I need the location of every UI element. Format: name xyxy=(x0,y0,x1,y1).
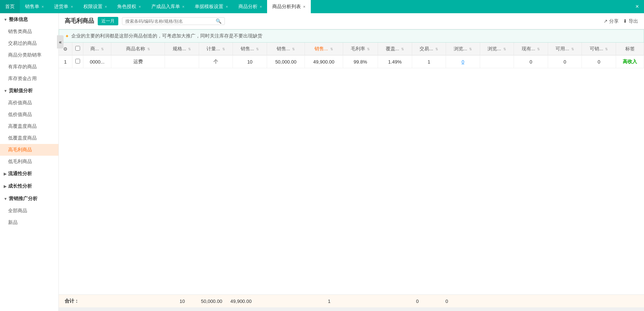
sidebar-item-all-goods[interactable]: 全部商品 xyxy=(0,205,58,217)
col-sales-qty[interactable]: 销售... ⇅ xyxy=(233,43,267,55)
footer-sales-qty: 10 xyxy=(168,299,197,304)
sidebar-group-overall-arrow: ▼ xyxy=(4,18,7,22)
footer-label: 合计： xyxy=(65,298,94,304)
col-spec[interactable]: 规格... ⇅ xyxy=(165,43,199,55)
col-coverage[interactable]: 覆盖... ⇅ xyxy=(378,43,412,55)
cell-checkbox[interactable] xyxy=(72,55,83,68)
nav-close-template[interactable]: × xyxy=(226,4,228,9)
settings-icon[interactable]: ⚙ xyxy=(63,46,68,52)
col-sales-amount[interactable]: 销售... ⇅ xyxy=(267,43,305,55)
footer-sales-amount: 50,000.00 xyxy=(197,299,226,304)
sidebar-group-marketing[interactable]: ▼ 营销推广分析 xyxy=(0,192,58,205)
sidebar-group-marketing-arrow: ▼ xyxy=(4,197,7,201)
nav-item-purchase[interactable]: 进货单 × xyxy=(49,0,78,13)
cell-view1[interactable]: 0 xyxy=(446,55,480,68)
sidebar-item-in-stock-goods[interactable]: 有库存的商品 xyxy=(0,61,58,73)
nav-close-purchase[interactable]: × xyxy=(71,4,73,9)
col-gross-margin[interactable]: 毛利率 ⇅ xyxy=(343,43,378,55)
search-box: 🔍 xyxy=(122,17,225,25)
nav-item-goods-analysis-list[interactable]: 商品分析列表 × xyxy=(267,0,310,13)
nav-item-template[interactable]: 单据模板设置 × xyxy=(190,0,233,13)
nav-close-goods-analysis[interactable]: × xyxy=(260,4,262,9)
sidebar-item-new-goods[interactable]: 新品 xyxy=(0,217,58,228)
share-icon: ↗ xyxy=(604,18,608,24)
sort-coverage-icon: ⇅ xyxy=(401,47,404,51)
table-header-row: ⚙ 商... ⇅ 商品名称 ⇅ xyxy=(59,43,644,55)
sort-view1-icon: ⇅ xyxy=(469,47,472,51)
search-icon[interactable]: 🔍 xyxy=(216,18,222,24)
close-all-tabs[interactable]: × xyxy=(630,0,644,13)
nav-close-sales[interactable]: × xyxy=(42,4,44,9)
sidebar-item-high-coverage[interactable]: 高覆盖度商品 xyxy=(0,120,58,132)
export-button[interactable]: ⬇ 导出 xyxy=(623,18,638,25)
filter-recent-month-button[interactable]: 近一月 xyxy=(98,17,118,25)
nav-item-goods-analysis[interactable]: 商品分析 × xyxy=(233,0,267,13)
col-checkbox[interactable] xyxy=(72,43,83,55)
col-view2[interactable]: 浏览... ⇅ xyxy=(480,43,514,55)
nav-close-roles[interactable]: × xyxy=(138,4,141,9)
sort-unit-icon: ⇅ xyxy=(222,47,225,51)
col-unit[interactable]: 计量... ⇅ xyxy=(199,43,233,55)
sidebar-item-high-value[interactable]: 高价值商品 xyxy=(0,97,58,109)
horizontal-scrollbar[interactable] xyxy=(59,307,644,311)
select-all-checkbox[interactable] xyxy=(75,46,80,51)
cell-spec xyxy=(165,55,199,68)
sidebar-item-low-value[interactable]: 低价值商品 xyxy=(0,109,58,120)
col-available-stock[interactable]: 可用... ⇅ xyxy=(548,43,582,55)
sidebar-item-low-coverage[interactable]: 低覆盖度商品 xyxy=(0,132,58,144)
nav-close-production[interactable]: × xyxy=(182,4,184,9)
table-container: ⚙ 商... ⇅ 商品名称 ⇅ xyxy=(59,43,644,294)
cell-tag: 高收入 xyxy=(616,55,644,68)
nav-close-permissions[interactable]: × xyxy=(105,4,107,9)
top-navigation: 首页 销售单 × 进货单 × 权限设置 × 角色授权 × 产成品入库单 × 单据… xyxy=(0,0,644,13)
cell-current-stock: 0 xyxy=(514,55,548,68)
sidebar-group-contribution-arrow: ▼ xyxy=(4,89,7,93)
col-tag[interactable]: 标签 xyxy=(616,43,644,55)
footer-spacer3 xyxy=(344,299,403,304)
cell-code: 0000... xyxy=(83,55,111,68)
sort-current-stock-icon: ⇅ xyxy=(537,47,540,51)
cell-sales-amount: 50,000.00 xyxy=(267,55,305,68)
sidebar-group-liquidity[interactable]: ▶ 流通性分析 xyxy=(0,167,58,180)
sidebar-collapse-button[interactable]: « xyxy=(57,35,64,48)
table-row: 1 0000... 运费 个 10 50,000.00 49,900.00 99… xyxy=(59,55,644,68)
cell-available-stock: 0 xyxy=(548,55,582,68)
cell-index: 1 xyxy=(59,55,72,68)
col-sales-profit[interactable]: 销售... ⇅ xyxy=(305,43,343,55)
footer-sales-profit: 49,900.00 xyxy=(226,299,256,304)
nav-item-production[interactable]: 产成品入库单 × xyxy=(146,0,190,13)
nav-item-sales[interactable]: 销售单 × xyxy=(20,0,49,13)
footer-values: 10 50,000.00 49,900.00 1 0 0 xyxy=(94,299,638,304)
col-transaction[interactable]: 交易... ⇅ xyxy=(412,43,446,55)
sidebar-item-low-margin[interactable]: 低毛利商品 xyxy=(0,156,58,167)
cell-transaction: 1 xyxy=(412,55,446,68)
cell-gross-margin: 99.8% xyxy=(343,55,378,68)
main-area: ▼ 整体信息 销售类商品 交易过的商品 商品分类助销率 有库存的商品 库存资金占… xyxy=(0,13,644,311)
row-checkbox[interactable] xyxy=(75,59,80,64)
sort-gross-margin-icon: ⇅ xyxy=(367,47,370,51)
col-name[interactable]: 商品名称 ⇅ xyxy=(111,43,165,55)
content-area: 高毛利商品 近一月 🔍 ↗ 分享 ⬇ 导出 ✦ 企业的主要的利润都是这部分商品创… xyxy=(59,13,644,311)
sort-sales-amount-icon: ⇅ xyxy=(292,47,295,51)
col-view1[interactable]: 浏览... ⇅ xyxy=(446,43,480,55)
sidebar-group-growth[interactable]: ▶ 成长性分析 xyxy=(0,180,58,192)
col-sellable-stock[interactable]: 可销... ⇅ xyxy=(582,43,616,55)
col-current-stock[interactable]: 现有... ⇅ xyxy=(514,43,548,55)
share-button[interactable]: ↗ 分享 xyxy=(604,18,619,25)
nav-item-roles[interactable]: 角色授权 × xyxy=(112,0,146,13)
sidebar-group-overall[interactable]: ▼ 整体信息 xyxy=(0,13,58,26)
col-code[interactable]: 商... ⇅ xyxy=(83,43,111,55)
data-table: ⚙ 商... ⇅ 商品名称 ⇅ xyxy=(59,43,644,68)
nav-item-permissions[interactable]: 权限设置 × xyxy=(78,0,112,13)
nav-item-home[interactable]: 首页 xyxy=(0,0,20,13)
sidebar-item-high-margin[interactable]: 高毛利商品 xyxy=(0,144,58,156)
search-input[interactable] xyxy=(125,19,216,24)
nav-close-goods-analysis-list[interactable]: × xyxy=(303,4,305,9)
sidebar-item-category-rate[interactable]: 商品分类助销率 xyxy=(0,49,58,61)
sidebar-group-contribution[interactable]: ▼ 贡献值分析 xyxy=(0,84,58,97)
sort-sellable-stock-icon: ⇅ xyxy=(605,47,608,51)
sidebar-item-sales-goods[interactable]: 销售类商品 xyxy=(0,26,58,37)
sidebar-item-traded-goods[interactable]: 交易过的商品 xyxy=(0,37,58,49)
sidebar-item-stock-capital[interactable]: 库存资金占用 xyxy=(0,73,58,84)
footer-transaction: 1 xyxy=(314,299,344,304)
